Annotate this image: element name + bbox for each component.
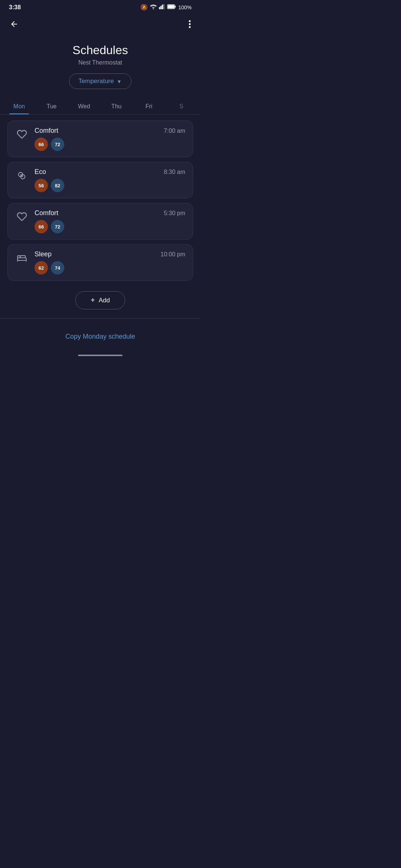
eco-content: Eco 8:30 am 56 82 [35, 168, 185, 192]
add-section: + Add [0, 287, 200, 318]
back-button[interactable] [7, 17, 21, 33]
comfort-morning-content: Comfort 7:00 am 66 72 [35, 127, 185, 151]
comfort-evening-heat-badge: 66 [35, 220, 48, 233]
eco-time: 8:30 am [164, 169, 185, 175]
eco-header: Eco 8:30 am [35, 168, 185, 176]
tab-thursday[interactable]: Thu [100, 98, 133, 114]
home-indicator [0, 351, 200, 362]
tab-wednesday[interactable]: Wed [68, 98, 100, 114]
back-icon [10, 20, 19, 31]
eco-heat-temp-badge: 56 [35, 179, 48, 192]
eco-temps: 56 82 [35, 179, 185, 192]
wifi-icon [150, 4, 157, 10]
status-bar: 3:38 🔕 [0, 0, 200, 13]
top-nav [0, 13, 200, 36]
svg-rect-4 [163, 4, 164, 9]
heart-icon [15, 128, 29, 141]
schedule-item-eco[interactable]: Eco 8:30 am 56 82 [7, 162, 193, 198]
sleep-header: Sleep 10:00 pm [35, 250, 185, 258]
comfort-evening-temps: 66 72 [35, 220, 185, 233]
svg-point-0 [153, 9, 154, 10]
status-icons: 🔕 100% [140, 4, 192, 11]
sleep-time: 10:00 pm [160, 251, 185, 258]
page-title: Schedules [7, 43, 193, 57]
heat-temp-badge: 66 [35, 138, 48, 151]
comfort-morning-temps: 66 72 [35, 138, 185, 151]
sleep-cool-badge: 74 [51, 261, 64, 274]
svg-point-8 [189, 20, 191, 22]
battery-icon [167, 4, 176, 10]
tab-tuesday[interactable]: Tue [35, 98, 68, 114]
plus-icon: + [91, 296, 95, 305]
chevron-down-icon: ▾ [118, 78, 121, 85]
comfort-morning-name: Comfort [35, 127, 58, 135]
temperature-dropdown[interactable]: Temperature ▾ [69, 73, 131, 89]
mute-icon: 🔕 [140, 4, 148, 11]
svg-point-10 [189, 26, 191, 28]
sleep-icon [15, 251, 29, 264]
svg-rect-6 [175, 6, 176, 8]
cool-temp-badge: 72 [51, 138, 64, 151]
svg-rect-1 [159, 7, 160, 9]
add-label: Add [99, 297, 110, 304]
schedule-list: Comfort 7:00 am 66 72 Eco 8:30 am [0, 115, 200, 287]
sleep-content: Sleep 10:00 pm 62 74 [35, 250, 185, 274]
device-name: Nest Thermostat [7, 59, 193, 66]
status-time: 3:38 [9, 4, 21, 11]
dropdown-label: Temperature [78, 78, 114, 85]
home-bar [78, 355, 123, 356]
header: Schedules Nest Thermostat Temperature ▾ [0, 36, 200, 98]
heart-icon-2 [15, 210, 29, 223]
day-tabs: Mon Tue Wed Thu Fri S [0, 98, 200, 115]
comfort-evening-cool-badge: 72 [51, 220, 64, 233]
more-options-button[interactable] [186, 17, 193, 33]
add-schedule-button[interactable]: + Add [75, 291, 125, 309]
tab-monday[interactable]: Mon [3, 98, 35, 114]
more-icon [189, 20, 191, 31]
sleep-temps: 62 74 [35, 261, 185, 274]
copy-monday-label: Copy Monday schedule [65, 333, 135, 340]
svg-rect-3 [162, 5, 163, 9]
comfort-evening-header: Comfort 5:30 pm [35, 209, 185, 217]
comfort-morning-header: Comfort 7:00 am [35, 127, 185, 135]
comfort-evening-name: Comfort [35, 209, 58, 217]
svg-rect-2 [160, 6, 162, 9]
sleep-name: Sleep [35, 250, 52, 258]
comfort-evening-time: 5:30 pm [164, 210, 185, 217]
tab-friday[interactable]: Fri [133, 98, 165, 114]
comfort-morning-time: 7:00 am [164, 128, 185, 134]
svg-rect-7 [168, 5, 175, 9]
eco-name: Eco [35, 168, 46, 176]
tab-saturday[interactable]: S [165, 98, 198, 114]
comfort-evening-content: Comfort 5:30 pm 66 72 [35, 209, 185, 233]
schedule-item-sleep[interactable]: Sleep 10:00 pm 62 74 [7, 244, 193, 281]
svg-point-9 [189, 23, 191, 25]
sleep-heat-badge: 62 [35, 261, 48, 274]
schedule-item-comfort-evening[interactable]: Comfort 5:30 pm 66 72 [7, 203, 193, 240]
eco-icon [15, 169, 29, 182]
eco-cool-temp-badge: 82 [51, 179, 64, 192]
battery-percent: 100% [178, 4, 192, 10]
copy-section: Copy Monday schedule [0, 319, 200, 351]
signal-icon [159, 4, 165, 10]
copy-monday-button[interactable]: Copy Monday schedule [62, 330, 138, 343]
schedule-item-comfort-morning[interactable]: Comfort 7:00 am 66 72 [7, 121, 193, 157]
